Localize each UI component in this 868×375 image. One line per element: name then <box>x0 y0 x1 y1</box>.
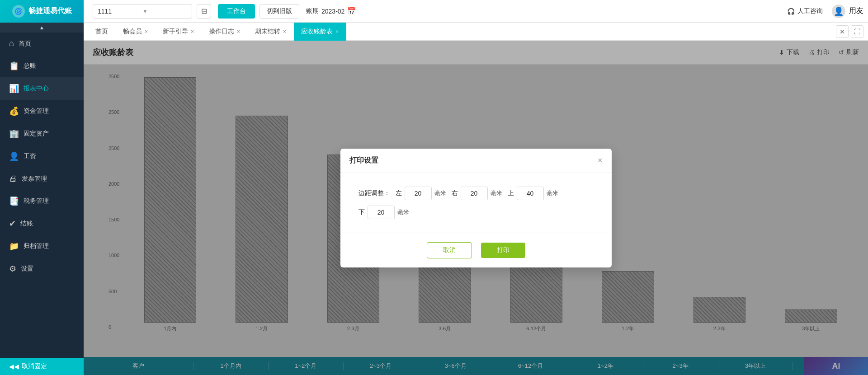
sidebar-item-assets[interactable]: 🏢 固定资产 <box>0 122 84 145</box>
sidebar-label-ledger: 总账 <box>24 62 36 70</box>
sidebar-label-assets: 固定资产 <box>24 130 49 138</box>
sidebar-item-funds[interactable]: 💰 资金管理 <box>0 100 84 122</box>
username: 用友 <box>849 6 863 16</box>
sidebar-item-payroll[interactable]: 👤 工资 <box>0 145 84 168</box>
logo: 🌀 畅捷通易代账 <box>0 0 84 23</box>
header-right: 🎧 人工咨询 👤 用友 <box>787 5 863 18</box>
tab-member-close[interactable]: × <box>145 28 148 35</box>
margin-top-input[interactable] <box>517 187 544 200</box>
calendar-icon[interactable]: 📅 <box>347 7 356 15</box>
sidebar-item-home[interactable]: ⌂ 首页 <box>0 33 84 55</box>
customer-service-label: 人工咨询 <box>797 7 823 15</box>
tab-aging-close[interactable]: × <box>335 28 339 35</box>
sidebar-scroll-up[interactable]: ▲ <box>0 23 84 33</box>
assets-icon: 🏢 <box>9 129 19 139</box>
archive-icon: 📁 <box>9 241 19 251</box>
tab-aging-label: 应收账龄表 <box>301 28 333 36</box>
sidebar-label-funds: 资金管理 <box>24 107 49 115</box>
sidebar: ▲ ⌂ 首页 📋 总账 📊 报表中心 💰 资金管理 🏢 固定资产 👤 工资 🖨 … <box>0 23 84 375</box>
left-direction-label: 左 <box>396 189 402 197</box>
logo-text: 畅捷通易代账 <box>28 6 72 16</box>
tax-icon: 📑 <box>9 196 19 206</box>
user-info[interactable]: 👤 用友 <box>832 5 863 18</box>
pin-icon: ◀◀ <box>9 363 19 370</box>
tab-guide-close[interactable]: × <box>191 28 194 35</box>
funds-icon: 💰 <box>9 106 19 116</box>
margin-right-input[interactable] <box>461 187 488 200</box>
sidebar-item-checkout[interactable]: ✔ 结账 <box>0 212 84 235</box>
home-icon: ⌂ <box>9 39 14 48</box>
sidebar-item-archive[interactable]: 📁 归档管理 <box>0 235 84 258</box>
headphone-icon: 🎧 <box>787 8 795 15</box>
avatar: 👤 <box>832 5 845 18</box>
modal-overlay: 打印设置 × 边距调整： 左 毫米 右 <box>84 41 868 375</box>
sidebar-item-invoice[interactable]: 🖨 发票管理 <box>0 168 84 190</box>
top-unit: 毫米 <box>547 189 558 197</box>
logo-icon: 🌀 <box>12 5 25 18</box>
left-unit: 毫米 <box>434 189 446 197</box>
sidebar-collapse-button[interactable]: ◀◀ 取消固定 <box>0 358 84 375</box>
tab-home[interactable]: 首页 <box>88 23 116 41</box>
cancel-button[interactable]: 取消 <box>427 242 472 258</box>
modal-title: 打印设置 <box>349 156 378 165</box>
copy-icon[interactable]: ⊟ <box>197 4 211 19</box>
right-unit: 毫米 <box>491 189 502 197</box>
sidebar-item-reports[interactable]: 📊 报表中心 <box>0 77 84 100</box>
tab-close-all-button[interactable]: ✕ <box>836 25 849 38</box>
right-direction-label: 右 <box>452 189 458 197</box>
period-label: 账期 <box>306 7 319 15</box>
sidebar-label-settings: 设置 <box>21 265 33 273</box>
bottom-direction-label: 下 <box>359 208 365 216</box>
sidebar-label-invoice: 发票管理 <box>22 175 47 183</box>
margin-top-group: 上 毫米 <box>508 187 558 200</box>
tab-member-label: 畅会员 <box>123 28 142 36</box>
margin-form-row: 边距调整： 左 毫米 右 毫米 <box>359 187 594 219</box>
period-value: 2023-02 <box>321 8 344 15</box>
modal-close-button[interactable]: × <box>598 156 603 164</box>
margin-right-group: 右 毫米 <box>452 187 502 200</box>
tab-guide[interactable]: 新手引导 × <box>156 23 202 41</box>
tabs-bar: 首页 畅会员 × 新手引导 × 操作日志 × 期末结转 × 应收账龄表 × <box>84 23 868 41</box>
invoice-icon: 🖨 <box>9 174 17 183</box>
page-content: 应收账龄表 ⬇ 下载 🖨 打印 ↺ 刷新 <box>84 41 868 375</box>
chevron-down-icon: ▼ <box>142 8 187 14</box>
workbench-button[interactable]: 工作台 <box>218 4 255 19</box>
print-confirm-button[interactable]: 打印 <box>481 243 525 258</box>
sidebar-label-reports: 报表中心 <box>24 84 49 93</box>
print-settings-modal: 打印设置 × 边距调整： 左 毫米 右 <box>340 149 612 267</box>
margin-label: 边距调整： <box>359 189 390 197</box>
sidebar-label-home: 首页 <box>19 40 31 48</box>
reports-icon: 📊 <box>9 84 19 94</box>
content-area: 首页 畅会员 × 新手引导 × 操作日志 × 期末结转 × 应收账龄表 × <box>84 23 868 375</box>
tab-period-end[interactable]: 期末结转 × <box>248 23 294 41</box>
checkout-icon: ✔ <box>9 219 16 229</box>
sidebar-collapse-label: 取消固定 <box>22 362 47 370</box>
company-selector[interactable]: 1111 ▼ <box>93 4 192 19</box>
sidebar-item-settings[interactable]: ⚙ 设置 <box>0 258 84 280</box>
sidebar-label-payroll: 工资 <box>24 152 36 160</box>
sidebar-label-archive: 归档管理 <box>24 242 49 250</box>
sidebar-label-tax: 税务管理 <box>24 197 49 205</box>
sidebar-item-ledger[interactable]: 📋 总账 <box>0 55 84 77</box>
payroll-icon: 👤 <box>9 151 19 161</box>
margin-bottom-group: 下 毫米 <box>359 206 409 219</box>
ledger-icon: 📋 <box>9 61 19 71</box>
tab-maximize-button[interactable]: ⛶ <box>851 25 863 38</box>
modal-body: 边距调整： 左 毫米 右 毫米 <box>340 173 612 233</box>
customer-service[interactable]: 🎧 人工咨询 <box>787 7 823 15</box>
period-info: 账期 2023-02 📅 <box>306 7 356 15</box>
sidebar-item-tax[interactable]: 📑 税务管理 <box>0 190 84 212</box>
tab-member[interactable]: 畅会员 × <box>116 23 156 41</box>
tab-home-label: 首页 <box>95 28 108 36</box>
switch-version-button[interactable]: 切到旧版 <box>259 4 299 19</box>
margin-left-group: 左 毫米 <box>396 187 446 200</box>
bottom-unit: 毫米 <box>397 208 409 216</box>
tab-oplog[interactable]: 操作日志 × <box>202 23 248 41</box>
tab-period-end-close[interactable]: × <box>283 28 286 35</box>
tab-oplog-close[interactable]: × <box>237 28 240 35</box>
settings-icon: ⚙ <box>9 264 16 274</box>
tab-aging[interactable]: 应收账龄表 × <box>294 23 346 41</box>
margin-left-input[interactable] <box>405 187 432 200</box>
tabs-actions: ✕ ⛶ <box>836 25 863 38</box>
margin-bottom-input[interactable] <box>368 206 395 219</box>
